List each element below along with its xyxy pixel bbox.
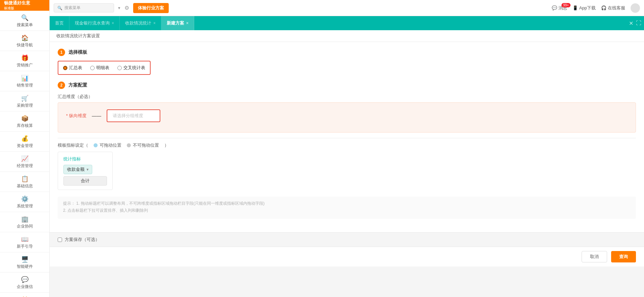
wechat-icon: 💬 — [21, 276, 29, 283]
search-icon: 🔍 — [57, 6, 62, 10]
sidebar-item-label: 营销推广 — [17, 62, 33, 68]
save-checkbox[interactable] — [58, 238, 62, 242]
footer-bar: 取消 查询 — [50, 247, 644, 266]
sidebar-item-operation[interactable]: 📈经营管理 — [0, 152, 49, 172]
sidebar-item-label: 销售管理 — [17, 83, 33, 88]
nav-icon: 🏠 — [21, 34, 29, 42]
search-box[interactable]: 🔍 搜索菜单 — [54, 3, 114, 12]
step2-title: 方案配置 — [68, 82, 87, 88]
sidebar-item-label: 库存核算 — [17, 123, 33, 129]
cross-label: 交叉统计表 — [123, 65, 145, 71]
indicators-label: 模板指标设定（ — [58, 142, 88, 148]
sidebar-item-label: 搜索菜单 — [17, 22, 33, 28]
topbar: 🔍 搜索菜单 ▾ ⚙ 体验行业方案 💬 消息 99+ 📱 App下载 🎧 在线客… — [50, 0, 644, 16]
sidebar-item-label: 快捷导航 — [17, 42, 33, 48]
stat-label: 统计指标 — [63, 156, 107, 162]
download-icon: 📱 — [573, 5, 578, 10]
step2-header: 2 方案配置 — [58, 82, 636, 89]
tab-label: 新建方案 — [167, 20, 184, 26]
sidebar-item-member[interactable]: 👑畅会员 — [0, 293, 49, 297]
tab-close-icon[interactable]: × — [186, 21, 189, 26]
sidebar: 畅捷通好生意 标准版 🔍搜索菜单🏠快捷导航🎁营销推广📊销售管理🛒采购管理📦库存核… — [0, 0, 50, 297]
form-area: 1 选择模板 汇总表 明细表 交叉统计表 — [50, 42, 644, 232]
gear-icon[interactable]: ⚙ — [124, 5, 129, 11]
fixed-label: 不可拖动位置 — [133, 142, 159, 148]
sidebar-item-purchase[interactable]: 🛒采购管理 — [0, 91, 49, 111]
tab-home[interactable]: 首页 — [50, 16, 69, 30]
tab-new_plan[interactable]: 新建方案× — [161, 16, 194, 30]
close-paren: ） — [164, 142, 169, 148]
message-item[interactable]: 💬 消息 99+ — [552, 5, 567, 11]
sidebar-item-hardware[interactable]: 🖥️智能硬件 — [0, 252, 49, 273]
basic-icon: 📋 — [21, 175, 29, 183]
tab-close-icon[interactable]: × — [153, 21, 156, 26]
chevron-down-icon: ▾ — [87, 167, 89, 172]
service-item[interactable]: 🎧 在线客服 — [601, 5, 625, 11]
system-icon: ⚙️ — [21, 195, 29, 203]
trial-button[interactable]: 体验行业方案 — [133, 3, 169, 13]
radio-cross[interactable] — [117, 66, 122, 70]
indicator-tag[interactable]: 收款金额 ▾ — [63, 165, 92, 174]
indicators-header: 模板指标设定（ 可拖动位置 不可拖动位置 ） — [58, 138, 636, 148]
sidebar-item-inventory[interactable]: 📦库存核算 — [0, 111, 49, 132]
sidebar-item-finance[interactable]: 💰资金管理 — [0, 132, 49, 152]
dimension-select[interactable]: 请选择分组维度 — [107, 109, 160, 122]
step1-number: 1 — [58, 49, 65, 56]
sidebar-item-sales[interactable]: 📊销售管理 — [0, 71, 49, 91]
tab-receipt[interactable]: 收款情况统计× — [120, 16, 161, 30]
service-label: 在线客服 — [608, 5, 625, 11]
tab-close-icon[interactable]: × — [112, 21, 114, 26]
tabbar: 首页现金银行流水查询×收款情况统计×新建方案× ✕ ⛶ — [50, 16, 644, 30]
sidebar-item-marketing[interactable]: 🎁营销推广 — [0, 51, 49, 71]
tabbar-actions: ✕ ⛶ — [626, 16, 644, 30]
template-option-summary[interactable]: 汇总表 — [63, 65, 82, 71]
step1-section: 1 选择模板 汇总表 明细表 交叉统计表 — [58, 49, 636, 75]
sidebar-item-corp[interactable]: 🏢企业协同 — [0, 212, 49, 232]
stat-indicator-box: 统计指标 收款金额 ▾ 合计 — [58, 152, 113, 190]
sidebar-item-label: 智能硬件 — [17, 264, 33, 269]
message-badge: 99+ — [561, 3, 571, 7]
radio-detail[interactable] — [90, 66, 95, 70]
maximize-icon[interactable]: ⛶ — [636, 20, 641, 26]
sidebar-item-system[interactable]: ⚙️系统管理 — [0, 192, 49, 212]
sidebar-item-search[interactable]: 🔍搜索菜单 — [0, 11, 49, 31]
tab-label: 首页 — [55, 20, 64, 26]
template-option-cross[interactable]: 交叉统计表 — [117, 65, 145, 71]
search-placeholder: 搜索菜单 — [64, 5, 80, 11]
sidebar-item-wechat[interactable]: 💬企业微信 — [0, 273, 49, 293]
sidebar-item-label: 新手引导 — [17, 244, 33, 249]
cancel-button[interactable]: 取消 — [582, 251, 607, 262]
tab-bank[interactable]: 现金银行流水查询× — [69, 16, 120, 30]
inventory-icon: 📦 — [21, 115, 29, 122]
sidebar-item-label: 系统管理 — [17, 203, 33, 209]
breadcrumb: 收款情况统计方案设置 — [50, 30, 644, 42]
hardware-icon: 🖥️ — [21, 256, 29, 263]
sales-icon: 📊 — [21, 75, 29, 82]
indicator-tag-label: 收款金额 — [67, 166, 85, 172]
sidebar-item-guide[interactable]: 📖新手引导 — [0, 232, 49, 252]
detail-label: 明细表 — [96, 65, 109, 71]
page-content: 收款情况统计方案设置 1 选择模板 汇总表 明细表 — [50, 30, 644, 297]
sidebar-item-basic[interactable]: 📋基础信息 — [0, 172, 49, 192]
template-options: 汇总表 明细表 交叉统计表 — [58, 61, 151, 75]
tip-line-1: 提示： 1. 拖动标题栏可以调整布局，不可跨维度或指标区域拖动栏目字段(只能在同… — [63, 201, 631, 206]
search-icon: 🔍 — [21, 14, 29, 21]
radio-summary[interactable] — [63, 66, 67, 70]
sidebar-item-nav[interactable]: 🏠快捷导航 — [0, 31, 49, 51]
corp-icon: 🏢 — [21, 215, 29, 223]
download-item[interactable]: 📱 App下载 — [573, 5, 596, 11]
avatar[interactable] — [631, 3, 640, 13]
movable-legend: 可拖动位置 — [94, 142, 121, 148]
sidebar-item-label: 企业微信 — [17, 284, 33, 290]
step2-section: 2 方案配置 汇总维度（必选） * 纵向维度 —— 请选择分组维度 — [58, 82, 636, 219]
app-name: 畅捷通好生意 — [4, 0, 30, 6]
template-option-detail[interactable]: 明细表 — [90, 65, 109, 71]
close-icon[interactable]: ✕ — [629, 20, 633, 27]
summary-dim-label: 汇总维度（必选） — [58, 94, 636, 100]
query-button[interactable]: 查询 — [611, 251, 636, 262]
dropdown-arrow-icon[interactable]: ▾ — [118, 5, 120, 10]
sidebar-logo: 畅捷通好生意 标准版 — [0, 0, 49, 11]
dimension-section: 汇总维度（必选） * 纵向维度 —— 请选择分组维度 — [58, 94, 636, 133]
tip-line-2: 2. 点击标题栏下拉可设置排序、插入列和删除列 — [63, 208, 631, 213]
vertical-dim-label: * 纵向维度 — [66, 113, 87, 119]
